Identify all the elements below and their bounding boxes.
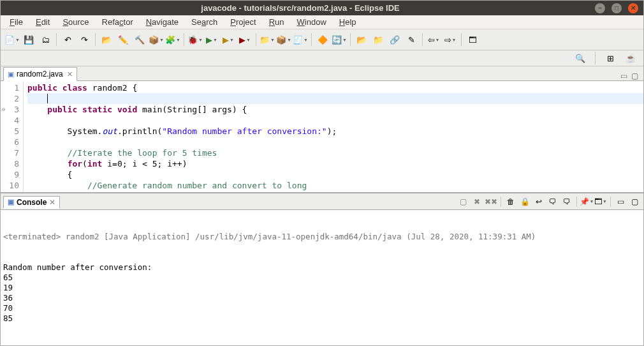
code-line[interactable]: public class random2 { [27, 82, 643, 93]
java-perspective-icon[interactable]: ☕ [623, 50, 638, 66]
menu-refactor[interactable]: Refactor [97, 16, 138, 28]
new-java-package-icon[interactable]: 📦▼ [276, 32, 291, 47]
line-number: 3⊖ [1, 104, 19, 115]
new-class-icon[interactable]: 🧩▼ [165, 32, 180, 47]
save-all-icon[interactable]: 🗂 [38, 32, 53, 47]
code-line[interactable] [27, 93, 643, 104]
open-task-icon[interactable]: 🔶 [315, 32, 330, 47]
build-icon[interactable]: 🔨 [132, 32, 147, 47]
pin-console-icon[interactable]: 📌▼ [580, 195, 593, 208]
window-maximize-button[interactable]: □ [611, 3, 622, 13]
minimize-icon[interactable]: ▭ [614, 195, 627, 208]
editor-minimize-icon[interactable]: ▭ [620, 71, 627, 80]
forward-icon[interactable]: ⇨▼ [443, 32, 458, 47]
line-number: 8 [1, 158, 19, 169]
menubar: FileEditSourceRefactorNavigateSearchProj… [1, 15, 643, 29]
new-icon[interactable]: 📄▼ [4, 32, 20, 47]
show-console-2-icon[interactable]: 🗨 [560, 195, 573, 208]
window-title: javacode - tutorials/src/random2.java - … [6, 3, 595, 13]
console-icon: ▣ [8, 198, 14, 206]
menu-project[interactable]: Project [225, 16, 261, 28]
terminate-icon[interactable]: ▢ [457, 195, 469, 208]
code-line[interactable]: //Iterate the loop for 5 times [27, 147, 643, 158]
code-line[interactable]: for(int i=0; i < 5; i++) [27, 158, 643, 169]
console-line: 85 [3, 313, 641, 324]
code-line[interactable]: { [27, 169, 643, 180]
line-number: 2 [1, 93, 19, 104]
toolbar-separator [56, 33, 57, 46]
close-tab-icon[interactable]: ✕ [67, 70, 73, 79]
search-icon[interactable]: 📂 [354, 32, 369, 47]
menu-help[interactable]: Help [334, 16, 362, 28]
link-icon[interactable]: 🔗 [387, 32, 402, 47]
perspective-icon[interactable]: 🗔 [465, 32, 480, 47]
coverage-icon[interactable]: ▶▼ [221, 32, 236, 47]
editor-tab-random2[interactable]: ▣ random2.java ✕ [3, 67, 77, 81]
code-line[interactable]: System.out.println("Random number after … [27, 126, 643, 137]
pin-icon[interactable]: ✎ [404, 32, 419, 47]
code-line[interactable] [27, 137, 643, 147]
menu-search[interactable]: Search [186, 16, 223, 28]
toolbar-separator [350, 33, 351, 46]
console-output[interactable]: <terminated> random2 [Java Application] … [1, 210, 643, 345]
open-type-icon[interactable]: 📂 [99, 32, 114, 47]
scroll-lock-icon[interactable]: 🔒 [518, 195, 531, 208]
line-number: 1 [1, 82, 19, 93]
external-tools-icon[interactable]: ▶▼ [237, 32, 252, 47]
open-perspective-icon[interactable]: ⊞ [603, 50, 618, 66]
run-icon[interactable]: ▶▼ [204, 32, 219, 47]
console-line: 70 [3, 303, 641, 313]
console-toolbar-separator [610, 197, 611, 207]
console-toolbar-separator [576, 197, 577, 207]
code-line[interactable]: //Generate random number and convert to … [27, 180, 643, 191]
remove-launch-icon[interactable]: ✖ [471, 195, 483, 208]
clear-console-icon[interactable]: 🗑 [504, 195, 517, 208]
code-line[interactable]: public static void main(String[] args) { [27, 104, 643, 115]
debug-icon[interactable]: 🐞▼ [187, 32, 203, 47]
main-toolbar: 📄▼💾🗂↶↷📂✏️🔨📦▼🧩▼🐞▼▶▼▶▼▶▼📁▼📦▼🧾▼🔶🔄▼📂📁🔗✎⇦▼⇨▼🗔 [1, 29, 643, 50]
refresh-icon[interactable]: 🔄▼ [332, 32, 347, 47]
console-close-icon[interactable]: ✕ [49, 198, 55, 207]
code-area[interactable]: public class random2 { public static voi… [24, 81, 643, 192]
console-line: 19 [3, 283, 641, 293]
toolbar-separator [422, 33, 423, 46]
back-icon[interactable]: ⇦▼ [426, 32, 441, 47]
word-wrap-icon[interactable]: ↩ [532, 195, 545, 208]
line-number: 10 [1, 180, 19, 191]
undo-icon[interactable]: ↶ [60, 32, 75, 47]
new-java-class-icon[interactable]: 🧾▼ [293, 32, 308, 47]
perspective-toolbar: 🔍 ⊞ ☕ [1, 50, 643, 66]
editor-tab-label: random2.java [17, 70, 63, 79]
window-minimize-button[interactable]: – [595, 3, 605, 13]
window-close-button[interactable]: ✕ [628, 3, 638, 13]
editor-maximize-icon[interactable]: ▢ [631, 71, 638, 80]
console-tab[interactable]: ▣ Console ✕ [3, 196, 60, 209]
console-tab-label: Console [17, 198, 47, 207]
display-selected-icon[interactable]: 🗔▼ [594, 195, 607, 208]
line-number: 9 [1, 169, 19, 180]
console-line: 65 [3, 273, 641, 283]
menu-file[interactable]: File [4, 16, 28, 28]
console-status-line: <terminated> random2 [Java Application] … [3, 232, 641, 242]
line-number: 6 [1, 137, 19, 147]
open-resource-icon[interactable]: 📁 [370, 32, 386, 47]
menu-run[interactable]: Run [264, 16, 289, 28]
remove-all-icon[interactable]: ✖✖ [485, 195, 497, 208]
redo-icon[interactable]: ↷ [77, 32, 92, 47]
code-line[interactable] [27, 115, 643, 126]
toggle-mark-icon[interactable]: ✏️ [115, 32, 131, 47]
quick-access-search-icon[interactable]: 🔍 [573, 50, 588, 66]
show-console-1-icon[interactable]: 🗨 [546, 195, 559, 208]
save-icon[interactable]: 💾 [21, 32, 36, 47]
console-line: 36 [3, 293, 641, 303]
new-package-icon[interactable]: 📦▼ [149, 32, 164, 47]
code-editor[interactable]: 123⊖456789101112 public class random2 { … [1, 81, 643, 193]
menu-window[interactable]: Window [292, 16, 332, 28]
menu-edit[interactable]: Edit [31, 16, 55, 28]
new-java-project-icon[interactable]: 📁▼ [260, 32, 275, 47]
menu-source[interactable]: Source [57, 16, 94, 28]
menu-navigate[interactable]: Navigate [141, 16, 184, 28]
java-file-icon: ▣ [8, 70, 14, 79]
maximize-icon[interactable]: ▢ [628, 195, 641, 208]
fold-toggle-icon[interactable]: ⊖ [2, 104, 5, 115]
